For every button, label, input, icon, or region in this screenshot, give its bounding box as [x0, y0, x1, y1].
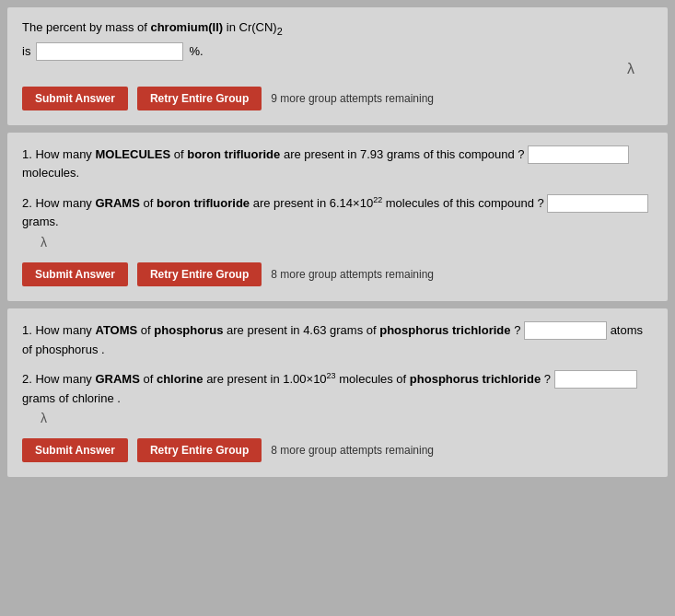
section-2: 1. How many MOLECULES of boron trifluori…: [7, 133, 668, 301]
q3-2-text: 2. How many GRAMS of chlorine are presen…: [22, 372, 551, 386]
q2-1-text: 1. How many MOLECULES of boron trifluori…: [22, 147, 525, 161]
button-row-2: Submit Answer Retry Entire Group 8 more …: [22, 262, 653, 286]
attempts-text-3: 8 more group attempts remaining: [271, 444, 434, 457]
phosphorus-bold-1: phosphorus: [154, 323, 223, 337]
question-3-2: 2. How many GRAMS of chlorine are presen…: [22, 369, 653, 430]
lambda-icon-3: λ: [41, 411, 47, 425]
submit-answer-button-3[interactable]: Submit Answer: [22, 438, 128, 462]
q3-1-text: 1. How many ATOMS of phosphorus are pres…: [22, 323, 520, 337]
borontrifluoride-bold-2: boron trifluoride: [157, 196, 250, 210]
chlorine-bold: chlorine: [157, 372, 204, 386]
percent-input-row: is %.: [22, 42, 653, 61]
submit-answer-button-2[interactable]: Submit Answer: [22, 262, 128, 286]
retry-entire-group-button-1[interactable]: Retry Entire Group: [137, 87, 262, 110]
button-row-1: Submit Answer Retry Entire Group 9 more …: [22, 87, 653, 110]
molecules-input[interactable]: [528, 145, 629, 164]
atoms-bold: ATOMS: [95, 323, 137, 337]
chromium-bold: chromium(II): [150, 20, 223, 34]
attempts-text-1: 9 more group attempts remaining: [271, 92, 434, 105]
retry-entire-group-button-3[interactable]: Retry Entire Group: [137, 438, 262, 462]
borontrifluoride-bold-1: boron trifluoride: [187, 147, 280, 161]
question-3-1: 1. How many ATOMS of phosphorus are pres…: [22, 321, 653, 360]
attempts-text-2: 8 more group attempts remaining: [271, 268, 434, 281]
exp-22: 22: [373, 194, 382, 203]
phos-trichloride-bold-2: phosphorus trichloride: [410, 372, 541, 386]
is-label: is: [22, 44, 30, 58]
retry-entire-group-button-2[interactable]: Retry Entire Group: [137, 262, 262, 286]
question-2-2: 2. How many GRAMS of boron trifluoride a…: [22, 192, 653, 253]
lambda-row-1: λ: [22, 61, 653, 77]
grams-bold-2: GRAMS: [95, 372, 139, 386]
question-2-1: 1. How many MOLECULES of boron trifluori…: [22, 145, 653, 184]
grams-input-1[interactable]: [547, 194, 648, 213]
molecules-bold: MOLECULES: [95, 147, 170, 161]
submit-answer-button-1[interactable]: Submit Answer: [22, 87, 128, 110]
q2-2-text: 2. How many GRAMS of boron trifluoride a…: [22, 196, 544, 210]
grams-input-2[interactable]: [554, 370, 637, 389]
subscript-2: 2: [277, 26, 283, 37]
lambda-icon-1: λ: [627, 61, 634, 77]
atoms-input[interactable]: [524, 321, 607, 340]
grams-bold-1: GRAMS: [95, 196, 139, 210]
percent-suffix: %.: [189, 44, 203, 58]
grams-chlorine-suffix: grams of chlorine .: [22, 391, 121, 405]
percent-input[interactable]: [36, 42, 183, 61]
section-3: 1. How many ATOMS of phosphorus are pres…: [7, 308, 668, 477]
section-1: The percent by mass of chromium(II) in C…: [7, 7, 668, 125]
grams-suffix-1: grams.: [22, 215, 59, 228]
molecules-suffix: molecules.: [22, 166, 79, 180]
section1-title: The percent by mass of chromium(II) in C…: [22, 20, 653, 37]
phos-trichloride-bold-1: phosphorus trichloride: [379, 323, 510, 337]
exp-23: 23: [327, 371, 336, 380]
lambda-icon-2: λ: [41, 235, 47, 250]
button-row-3: Submit Answer Retry Entire Group 8 more …: [22, 438, 653, 462]
